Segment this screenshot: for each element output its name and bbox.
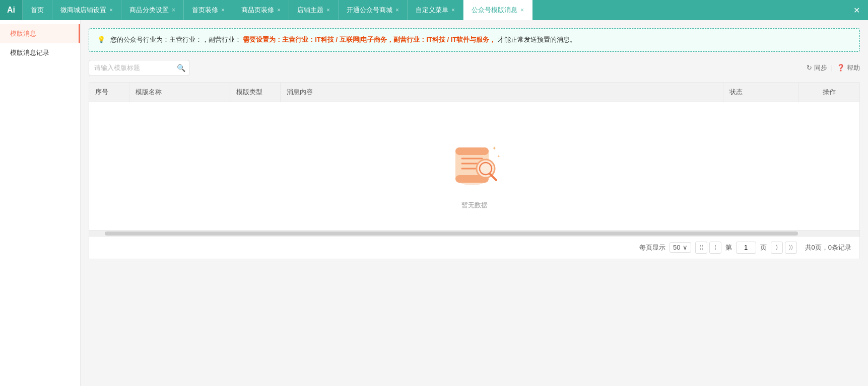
tab-productpage[interactable]: 商品页装修× [233, 0, 289, 20]
tab-menu[interactable]: 自定义菜单× [408, 0, 463, 20]
svg-text:✦: ✦ [492, 145, 496, 151]
notice-highlight: 需要设置为：主营行业：IT科技 / 互联网|电子商务，副营行业：IT科技 / I… [243, 36, 496, 43]
tab-weshop[interactable]: 微商城店铺设置× [52, 0, 121, 20]
main-content: 💡 您的公众号行业为：主营行业：，副营行业： 需要设置为：主营行业：IT科技 /… [81, 20, 868, 386]
page-size-select[interactable]: 50 ∨ [670, 242, 691, 253]
scroll-thumb[interactable] [105, 231, 798, 236]
table-header: 序号模版名称模版类型消息内容状态操作 [89, 83, 859, 102]
last-page-button[interactable]: ⟩⟩ [785, 242, 797, 254]
sidebar: 模版消息模版消息记录 [0, 20, 81, 386]
sync-label: 同步 [814, 63, 827, 72]
empty-illustration: ✦ ✦ [444, 132, 505, 193]
tabs-container: 首页微商城店铺设置×商品分类设置×首页装修×商品页装修×店铺主题×开通公众号商城… [23, 0, 532, 20]
help-label: 帮助 [847, 63, 860, 72]
tab-home[interactable]: 首页 [23, 0, 52, 20]
tab-close-homepage[interactable]: × [221, 7, 225, 14]
total-records-label: 共0页，0条记录 [805, 243, 851, 252]
help-icon: ❓ [837, 64, 845, 71]
close-all-button[interactable]: ✕ [845, 0, 868, 20]
app-logo: Ai [0, 0, 23, 20]
sync-icon: ↻ [807, 64, 812, 71]
search-input[interactable] [89, 60, 189, 76]
tab-close-theme[interactable]: × [326, 7, 330, 14]
col-header-seq: 序号 [89, 83, 129, 102]
tab-close-template[interactable]: × [520, 7, 524, 14]
tab-close-menu[interactable]: × [451, 7, 455, 14]
divider: | [831, 64, 833, 71]
svg-line-9 [490, 174, 496, 180]
page-prefix-label: 第 [725, 243, 732, 252]
first-page-button[interactable]: ⟨⟨ [695, 242, 707, 254]
sync-button[interactable]: ↻ 同步 [807, 63, 827, 72]
search-right: ↻ 同步 | ❓ 帮助 [807, 63, 860, 72]
page-number-input[interactable] [736, 242, 756, 254]
empty-text: 暂无数据 [461, 201, 488, 210]
tab-homepage[interactable]: 首页装修× [184, 0, 233, 20]
page-size-label: 每页显示 [639, 243, 665, 252]
tab-theme[interactable]: 店铺主题× [289, 0, 339, 20]
empty-state: ✦ ✦ 暂无数据 [89, 102, 859, 230]
search-bar: 🔍 ↻ 同步 | ❓ 帮助 [89, 60, 860, 76]
search-button[interactable]: 🔍 [177, 64, 185, 72]
notice-prefix: 您的公众号行业为：主营行业：，副营行业： [110, 36, 241, 43]
search-left: 🔍 [89, 60, 189, 76]
pagination: 每页显示 50 ∨ ⟨⟨ ⟨ 第 页 ⟩ ⟩⟩ 共0页，0条记录 [89, 236, 859, 259]
tab-close-productpage[interactable]: × [277, 7, 281, 14]
tab-template[interactable]: 公众号模版消息× [463, 0, 532, 20]
page-unit-label: 页 [760, 243, 767, 252]
col-header-type: 模版类型 [230, 83, 281, 102]
sidebar-item-template-msg[interactable]: 模版消息 [0, 24, 80, 43]
page-size-value: 50 [673, 244, 680, 251]
pagination-controls: ⟨⟨ ⟨ 第 页 ⟩ ⟩⟩ [695, 242, 797, 254]
col-header-action: 操作 [799, 83, 859, 102]
col-header-content: 消息内容 [281, 83, 723, 102]
notice-suffix: 才能正常发送预置的消息。 [498, 36, 576, 43]
tab-mall[interactable]: 开通公众号商城× [339, 0, 408, 20]
tab-close-mall[interactable]: × [395, 7, 399, 14]
svg-rect-2 [455, 147, 489, 155]
chevron-down-icon: ∨ [683, 244, 688, 251]
col-header-status: 状态 [723, 83, 799, 102]
horizontal-scrollbar[interactable] [89, 230, 859, 236]
tab-close-weshop[interactable]: × [109, 7, 113, 14]
notice-banner: 💡 您的公众号行业为：主营行业：，副营行业： 需要设置为：主营行业：IT科技 /… [89, 28, 860, 52]
next-page-button[interactable]: ⟩ [771, 242, 783, 254]
search-input-wrapper: 🔍 [89, 60, 189, 76]
sidebar-item-template-record[interactable]: 模版消息记录 [0, 43, 80, 62]
table-wrapper: 序号模版名称模版类型消息内容状态操作 [89, 82, 860, 259]
tab-close-category[interactable]: × [172, 7, 175, 14]
prev-page-button[interactable]: ⟨ [709, 242, 721, 254]
col-header-name: 模版名称 [129, 83, 230, 102]
notice-icon: 💡 [97, 36, 105, 43]
tab-bar: Ai 首页微商城店铺设置×商品分类设置×首页装修×商品页装修×店铺主题×开通公众… [0, 0, 868, 20]
help-button[interactable]: ❓ 帮助 [837, 63, 860, 72]
tab-category[interactable]: 商品分类设置× [121, 0, 184, 20]
svg-text:✦: ✦ [497, 155, 500, 158]
main-layout: 模版消息模版消息记录 💡 您的公众号行业为：主营行业：，副营行业： 需要设置为：… [0, 20, 868, 386]
